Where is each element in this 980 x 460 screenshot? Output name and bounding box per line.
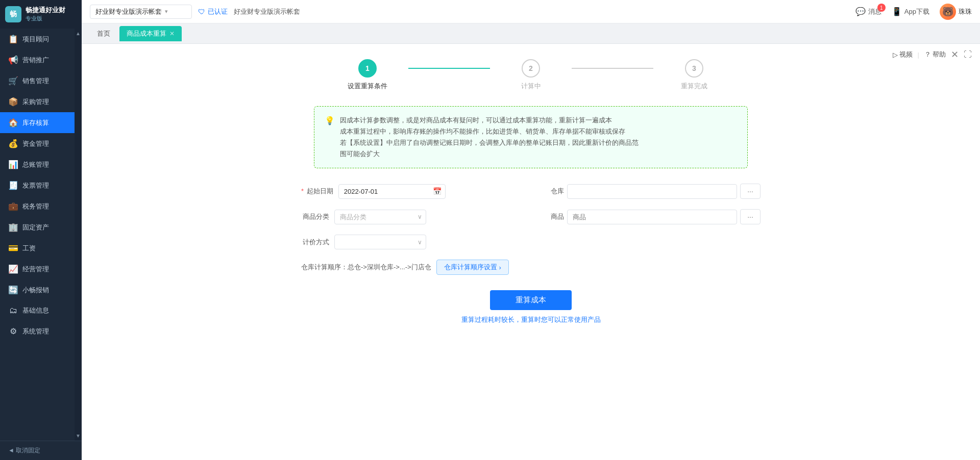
mobile-icon: 📱: [892, 7, 902, 16]
panel-expand-button[interactable]: ⛶: [964, 50, 972, 59]
sidebar-item-tax[interactable]: 💼 税务管理: [0, 196, 75, 217]
message-action[interactable]: 💬 消息 1: [855, 7, 881, 16]
sidebar-item-assets[interactable]: 🏢 固定资产: [0, 217, 75, 238]
start-date-input-wrapper: 📅: [338, 184, 446, 199]
step-label-2: 计算中: [521, 82, 541, 91]
invoice-icon: 🧾: [8, 181, 18, 190]
notice-icon: 💡: [325, 116, 335, 160]
ops-icon: 📈: [8, 264, 18, 274]
step-circle-2: 2: [522, 59, 540, 78]
sidebar-item-project[interactable]: 📋 项目顾问: [0, 29, 75, 49]
notice-line-4: 围可能会扩大: [340, 148, 639, 160]
sidebar: 畅 畅捷通好业财 专业版 📋 项目顾问 📢 营销推广 🛒 销售管理 📦 采购管理: [0, 0, 82, 460]
sidebar-item-sales[interactable]: 🛒 销售管理: [0, 70, 75, 91]
topbar: 好业财专业版演示帐套 ▾ 🛡 已认证 好业财专业版演示帐套 💬 消息 1 📱 A…: [82, 0, 980, 23]
sidebar-item-label: 基础信息: [22, 306, 49, 315]
category-select[interactable]: 商品分类: [334, 210, 426, 224]
start-date-label: * 起始日期: [301, 187, 333, 196]
step-line-2: [572, 68, 653, 69]
tabbar: 首页 商品成本重算 ✕: [82, 23, 980, 44]
help-links: ▷ 视频 | ？ 帮助: [893, 50, 946, 59]
sidebar-item-salary[interactable]: 💳 工资: [0, 238, 75, 259]
sidebar-item-marketing[interactable]: 📢 营销推广: [0, 49, 75, 70]
step-1: 1 设置重算条件: [327, 59, 408, 91]
chevron-down-icon: ▾: [165, 8, 168, 15]
warehouse-label: 仓库: [536, 187, 564, 196]
sidebar-item-ledger[interactable]: 📊 总账管理: [0, 154, 75, 175]
sidebar-scroll-container: 📋 项目顾问 📢 营销推广 🛒 销售管理 📦 采购管理 🏠 库存核算 💰: [0, 29, 82, 441]
sidebar-item-label: 项目顾问: [22, 35, 49, 44]
form-row-3: 计价方式: [301, 235, 761, 249]
sidebar-item-label: 系统管理: [22, 327, 49, 336]
submit-area: 重算成本 重算过程耗时较长，重算时您可以正常使用产品: [301, 290, 761, 324]
purchase-icon: 📦: [8, 97, 18, 107]
user-action[interactable]: 🐻 珠珠: [940, 4, 972, 20]
sidebar-item-label: 小畅报销: [22, 286, 49, 295]
video-link[interactable]: ▷ 视频: [893, 50, 913, 59]
tab-close-icon[interactable]: ✕: [169, 30, 175, 37]
goods-dots-button[interactable]: ···: [740, 209, 761, 224]
scroll-down-arrow[interactable]: ▼: [76, 433, 81, 439]
sidebar-item-label: 库存核算: [22, 118, 49, 127]
calc-order-label: 仓库计算顺序：总仓->深圳仓库->...->门店仓: [301, 263, 431, 272]
calc-order-row: 仓库计算顺序：总仓->深圳仓库->...->门店仓 仓库计算顺序设置 ›: [301, 260, 761, 275]
ledger-icon: 📊: [8, 160, 18, 169]
goods-field: 商品 ···: [536, 209, 761, 224]
basic-info-icon: 🗂: [8, 306, 18, 315]
form-row-1: * 起始日期 📅 仓库 ···: [301, 184, 761, 199]
step-label-1: 设置重算条件: [348, 82, 387, 91]
marketing-icon: 📢: [8, 55, 18, 65]
step-circle-3: 3: [685, 59, 703, 78]
sidebar-item-expense[interactable]: 🔄 小畅报销: [0, 279, 75, 300]
panel-close-button[interactable]: ✕: [951, 49, 959, 60]
sidebar-scroll-arrows: ▲ ▼: [75, 29, 82, 441]
salary-icon: 💳: [8, 243, 18, 253]
warehouse-input[interactable]: [567, 184, 737, 199]
sidebar-item-label: 工资: [22, 244, 36, 253]
sidebar-item-purchase[interactable]: 📦 采购管理: [0, 91, 75, 112]
recalc-button[interactable]: 重算成本: [490, 290, 572, 310]
sidebar-title-block: 畅捷通好业财 专业版: [26, 6, 65, 22]
sidebar-item-finance[interactable]: 💰 资金管理: [0, 133, 75, 154]
start-date-field: * 起始日期 📅: [301, 184, 526, 199]
username: 珠珠: [959, 7, 972, 16]
category-select-wrapper: 商品分类: [334, 210, 426, 224]
sidebar-item-invoice[interactable]: 🧾 发票管理: [0, 175, 75, 196]
sidebar-item-label: 税务管理: [22, 202, 49, 211]
app-edition: 专业版: [26, 15, 65, 22]
sidebar-item-system[interactable]: ⚙ 系统管理: [0, 321, 75, 342]
step-circle-1: 1: [358, 59, 377, 78]
sidebar-item-basic-info[interactable]: 🗂 基础信息: [0, 300, 75, 321]
sidebar-item-ops[interactable]: 📈 经营管理: [0, 259, 75, 279]
calendar-icon[interactable]: 📅: [433, 187, 442, 195]
step-line-1: [408, 68, 490, 69]
pricing-field: 计价方式: [301, 235, 526, 249]
start-date-input[interactable]: [338, 184, 446, 199]
project-icon: 📋: [8, 34, 18, 44]
sidebar-item-label: 总账管理: [22, 160, 49, 169]
inventory-icon: 🏠: [8, 118, 18, 127]
pricing-select[interactable]: [334, 235, 426, 249]
app-download-action[interactable]: 📱 App下载: [892, 7, 929, 16]
account-select[interactable]: 好业财专业版演示帐套 ▾: [90, 5, 192, 19]
sidebar-item-inventory[interactable]: 🏠 库存核算: [0, 112, 75, 133]
app-download-label: App下载: [904, 7, 929, 16]
chevron-right-icon: ›: [499, 264, 501, 271]
sidebar-unpin-button[interactable]: ◄ 取消固定: [0, 441, 82, 460]
calc-order-setting-button[interactable]: 仓库计算顺序设置 ›: [436, 260, 509, 275]
sidebar-item-label: 采购管理: [22, 97, 49, 107]
finance-icon: 💰: [8, 139, 18, 148]
tab-home[interactable]: 首页: [90, 26, 117, 41]
warehouse-field: 仓库 ···: [536, 184, 761, 199]
message-icon: 💬: [855, 7, 866, 16]
help-link[interactable]: ？ 帮助: [924, 50, 946, 59]
scroll-up-arrow[interactable]: ▲: [76, 31, 81, 36]
sidebar-nav: 📋 项目顾问 📢 营销推广 🛒 销售管理 📦 采购管理 🏠 库存核算 💰: [0, 29, 75, 441]
pricing-select-wrapper: [334, 235, 426, 249]
sidebar-item-label: 营销推广: [22, 56, 49, 65]
pricing-label: 计价方式: [301, 238, 329, 247]
recalc-hint: 重算过程耗时较长，重算时您可以正常使用产品: [301, 315, 761, 324]
warehouse-dots-button[interactable]: ···: [740, 184, 761, 199]
tab-cost-recalc[interactable]: 商品成本重算 ✕: [119, 26, 182, 41]
goods-input[interactable]: [567, 210, 737, 224]
